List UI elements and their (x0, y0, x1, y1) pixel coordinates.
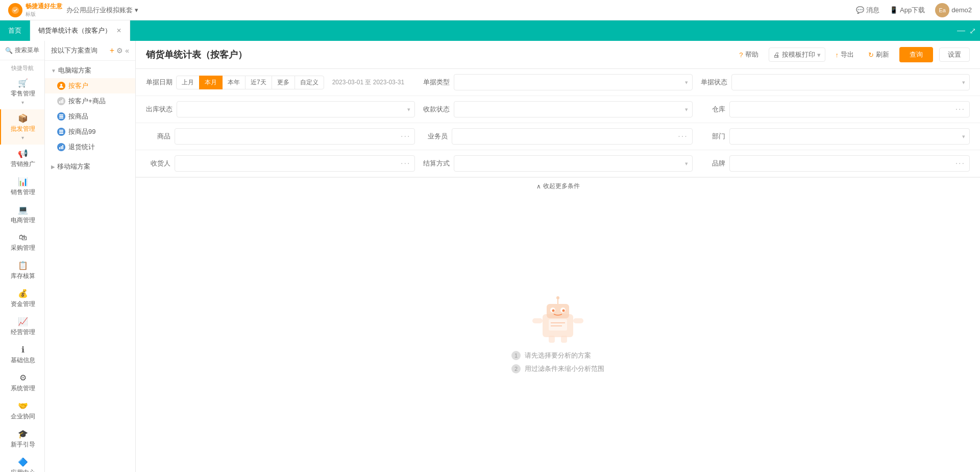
order-type-label: 单据类型 (423, 78, 450, 87)
svg-rect-1 (59, 101, 60, 103)
date-option-this-month[interactable]: 本月 (199, 76, 223, 89)
scheme-group-desktop-title[interactable]: ▼ 电脑端方案 (45, 63, 135, 78)
filter-row-4: 收货人 ··· 结算方式 ▾ 品牌 (136, 150, 980, 177)
breadcrumb-text: 办公用品行业模拟账套 (66, 6, 133, 15)
sidebar-item-purchase[interactable]: 🛍 采购管理 (0, 229, 44, 256)
scheme-add-icon[interactable]: + (110, 46, 114, 55)
product-select[interactable]: ··· (175, 128, 415, 145)
scheme-item-return[interactable]: 退货统计 (45, 139, 135, 155)
date-filter-cell: 单据日期 上月 本月 本年 近7天 更多 自定义 2023-03-01 至 20… (146, 76, 415, 89)
out-status-label: 出库状态 (146, 105, 173, 114)
sidebar-item-wholesale[interactable]: 📦 批发管理 ▾ (0, 109, 44, 145)
sidebar-item-operation[interactable]: 📈 经营管理 (0, 313, 44, 341)
app-download-action[interactable]: 📱 App下载 (890, 6, 925, 15)
wholesale-icon: 📦 (18, 113, 28, 123)
svg-rect-23 (549, 336, 555, 343)
refresh-label: 刷新 (876, 50, 889, 59)
header-right: 💬 消息 📱 App下载 Ea demo2 (856, 3, 972, 17)
breadcrumb-dropdown[interactable]: 办公用品行业模拟账套 ▾ (66, 6, 138, 15)
appcenter-label: 应用中心 (11, 468, 35, 472)
settlement-arrow-icon: ▾ (685, 160, 688, 167)
page-title: 销货单统计表（按客户） (146, 49, 247, 61)
tab-home[interactable]: 首页 (0, 20, 30, 41)
mobile-group-expand-icon: ▶ (51, 164, 55, 170)
sidebar-item-marketing[interactable]: 📢 营销推广 (0, 145, 44, 173)
logo-area: 畅捷通好生意 标版 (8, 2, 62, 18)
tab-minimize-icon[interactable]: — (957, 26, 965, 35)
tab-statistics[interactable]: 销货单统计表（按客户） ✕ (30, 20, 130, 41)
sidebar-item-basic[interactable]: ℹ 基础信息 (0, 341, 44, 369)
operation-icon: 📈 (18, 317, 28, 326)
scheme-settings-icon[interactable]: ⚙ (116, 46, 123, 55)
sales-label: 销售管理 (11, 188, 35, 197)
retail-arrow-icon: ▾ (21, 100, 24, 105)
date-option-last-month[interactable]: 上月 (176, 76, 200, 89)
sidebar-item-guide[interactable]: 🎓 新手引导 (0, 425, 44, 453)
settlement-cell: 结算方式 ▾ (423, 155, 692, 172)
empty-illustration (527, 294, 589, 345)
tab-expand-icon[interactable]: ⤢ (969, 26, 976, 36)
filter-row-2: 出库状态 ▾ 收款状态 ▾ 仓库 (136, 96, 980, 123)
sidebar-item-finance[interactable]: 💰 资金管理 (0, 285, 44, 313)
svg-rect-22 (573, 318, 583, 323)
print-button[interactable]: 🖨 按模板打印 ▾ (769, 48, 825, 62)
svg-rect-3 (62, 99, 63, 103)
setting-button[interactable]: 设置 (939, 48, 970, 62)
scheme-collapse-icon[interactable]: « (125, 46, 129, 55)
order-type-select[interactable]: ▾ (454, 74, 692, 90)
scheme-item-by-product[interactable]: 按商品 (45, 109, 135, 124)
sidebar-item-appcenter[interactable]: 🔷 应用中心 (0, 453, 44, 472)
collapse-bar[interactable]: ∧ 收起更多条件 (136, 177, 980, 195)
scheme-item-customer-product[interactable]: 按客户+商品 (45, 93, 135, 109)
sidebar-item-system[interactable]: ⚙ 系统管理 (0, 369, 44, 397)
export-button[interactable]: ↑ 导出 (831, 48, 859, 61)
message-icon: 💬 (856, 6, 864, 14)
date-option-custom[interactable]: 自定义 (295, 76, 324, 89)
customer-scheme-label: 按客户 (68, 81, 88, 90)
scheme-item-by-customer[interactable]: 按客户 (45, 78, 135, 93)
date-option-more[interactable]: 更多 (272, 76, 295, 89)
date-option-7days[interactable]: 近7天 (245, 76, 272, 89)
sales-icon: 📊 (18, 177, 28, 186)
settlement-label: 结算方式 (423, 159, 450, 168)
help-button[interactable]: ? 帮助 (735, 48, 762, 61)
tab-bar-end: — ⤢ (957, 26, 980, 36)
appcenter-icon: 🔷 (18, 457, 28, 467)
date-range-text: 2023-03-01 至 2023-03-31 (332, 78, 404, 87)
top-header: 畅捷通好生意 标版 办公用品行业模拟账套 ▾ 💬 消息 📱 App下载 Ea d… (0, 0, 980, 20)
settlement-select[interactable]: ▾ (454, 155, 692, 172)
recipient-select[interactable]: ··· (175, 155, 415, 172)
search-menu-button[interactable]: 🔍 搜索菜单 (4, 46, 40, 55)
tab-close-icon[interactable]: ✕ (116, 27, 121, 34)
collapse-label: 收起更多条件 (543, 182, 580, 191)
query-button[interactable]: 查询 (899, 47, 933, 62)
tip-text-2: 用过滤条件来缩小分析范围 (525, 364, 604, 373)
dept-select[interactable]: ▾ (729, 128, 970, 145)
ecommerce-icon: 💻 (18, 205, 28, 215)
receipt-status-select[interactable]: ▾ (454, 101, 692, 117)
scheme-group-mobile-title[interactable]: ▶ 移动端方案 (45, 159, 135, 174)
date-option-this-year[interactable]: 本年 (222, 76, 246, 89)
order-type-arrow-icon: ▾ (685, 79, 688, 86)
user-info[interactable]: Ea demo2 (935, 3, 972, 17)
customer-scheme-icon (57, 82, 65, 90)
brand-select[interactable]: ··· (729, 155, 970, 172)
sidebar-item-inventory[interactable]: 📋 库存核算 (0, 256, 44, 285)
avatar: Ea (935, 3, 949, 17)
sidebar-item-ecommerce[interactable]: 💻 电商管理 (0, 201, 44, 229)
salesperson-select[interactable]: ··· (452, 128, 692, 145)
sidebar-item-sales[interactable]: 📊 销售管理 (0, 173, 44, 201)
order-status-select[interactable]: ▾ (731, 74, 970, 90)
warehouse-select[interactable]: ··· (729, 101, 970, 117)
receipt-status-arrow-icon: ▾ (685, 106, 688, 113)
product99-icon (57, 128, 65, 136)
inventory-label: 库存核算 (11, 272, 35, 280)
message-action[interactable]: 💬 消息 (856, 6, 879, 15)
sidebar-item-enterprise[interactable]: 🤝 企业协同 (0, 397, 44, 425)
scheme-item-product99[interactable]: 按商品99 (45, 124, 135, 139)
out-status-select[interactable]: ▾ (177, 101, 415, 117)
refresh-button[interactable]: ↻ 刷新 (864, 48, 893, 61)
sidebar-item-retail[interactable]: 🛒 零售管理 ▾ (0, 74, 44, 109)
search-menu-label: 搜索菜单 (15, 46, 39, 55)
wholesale-arrow-icon: ▾ (21, 135, 24, 140)
